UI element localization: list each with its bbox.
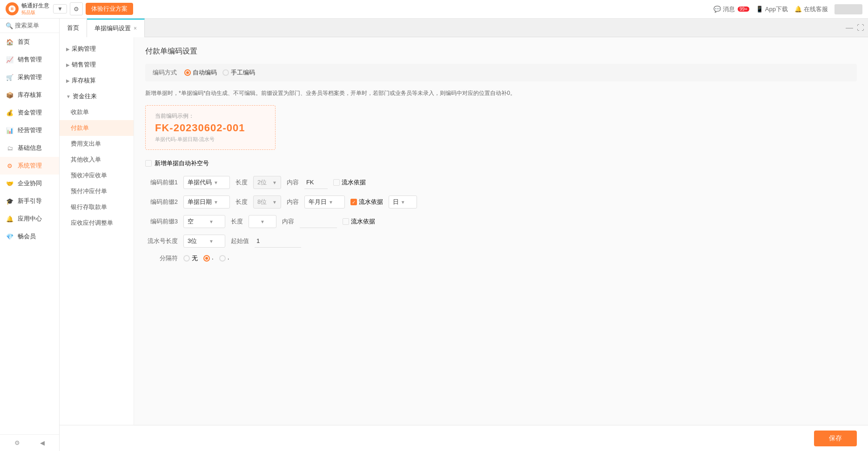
prefix2-content-select[interactable]: 年月日 ▼ [304, 195, 345, 209]
prefix-row-3: 编码前缀3 空 ▼ 长度 ▼ 内容 流水依据 [145, 215, 857, 228]
separator-row: 分隔符 无 · · [145, 254, 857, 263]
sep-radio-dot[interactable]: · [203, 255, 214, 262]
prefix3-serial-label: 流水依据 [351, 217, 375, 226]
sidebar-item-home[interactable]: 🏠 首页 [0, 33, 59, 51]
dropdown-button[interactable]: ▼ [53, 4, 67, 13]
sidebar-item-purchase[interactable]: 🛒 采购管理 [0, 68, 59, 86]
code-preview-box: 当前编码示例： FK-20230602-001 单据代码-单据日期-流水号 [145, 105, 276, 150]
sidebar-item-inventory[interactable]: 📦 库存核算 [0, 86, 59, 104]
chevron-right-icon-2: ▶ [66, 62, 70, 67]
auto-radio[interactable]: 自动编码 [184, 68, 217, 77]
sidebar: 🔍 搜索菜单 🏠 首页 📈 销售管理 🛒 采购管理 📦 库存核算 💰 资金管理 … [0, 19, 60, 451]
prefix2-serial-select[interactable]: 日 ▼ [389, 195, 417, 209]
serial-length-arrow-icon: ▼ [209, 239, 214, 244]
sidebar-settings-icon[interactable]: ⚙ [14, 439, 20, 446]
prefix3-content-input[interactable] [300, 215, 337, 228]
subnav-receipt[interactable]: 收款单 [60, 104, 134, 120]
messages-item[interactable]: 💬 消息 99+ [713, 5, 749, 13]
auto-radio-circle [184, 69, 191, 76]
sidebar-item-member[interactable]: 💎 畅会员 [0, 228, 59, 245]
appcenter-icon: 🔔 [6, 215, 14, 223]
online-service-item[interactable]: 🔔 在线客服 [794, 5, 828, 13]
prefix1-select[interactable]: 单据代码 ▼ [183, 176, 230, 189]
tab-encoding-label: 单据编码设置 [94, 24, 131, 33]
sub-layout: ▶ 采购管理 ▶ 销售管理 ▶ 库存核算 [60, 37, 868, 425]
prefix2-select[interactable]: 单据日期 ▼ [183, 195, 230, 209]
subnav-sales-group: ▶ 销售管理 [60, 57, 134, 73]
info-text: 新增单据时，*单据编码*自动生成、不可编辑。前缀设置为部门、业务员等档案类，开单… [145, 89, 857, 98]
subnav-finance-title[interactable]: ▼ 资金往来 [60, 88, 134, 104]
subnav-purchase-title[interactable]: ▶ 采购管理 [60, 41, 134, 57]
subnav-prepay-receivable[interactable]: 预收冲应收单 [60, 168, 134, 183]
search-menu[interactable]: 🔍 搜索菜单 [0, 19, 59, 33]
sidebar-item-sales[interactable]: 📈 销售管理 [0, 51, 59, 68]
auto-radio-label: 自动编码 [193, 68, 217, 77]
auto-fill-checkbox[interactable] [145, 160, 152, 167]
subnav-expense[interactable]: 费用支出单 [60, 136, 134, 152]
settings-gear-icon[interactable]: ⚙ [70, 2, 83, 15]
home-icon: 🏠 [6, 38, 14, 46]
chevron-right-icon: ▶ [66, 47, 70, 52]
manual-radio[interactable]: 手工编码 [222, 68, 255, 77]
sep-dot-label: · [212, 255, 214, 262]
subnav-finance-label: 资金往来 [73, 92, 97, 101]
prefix3-serial-checkbox[interactable] [343, 218, 349, 225]
prefix3-length-select[interactable]: ▼ [249, 215, 276, 228]
prefix1-serial-checkbox[interactable] [333, 179, 340, 186]
prefix2-serial-checkbox[interactable] [350, 199, 357, 205]
tab-encoding[interactable]: 单据编码设置 × [87, 19, 145, 37]
tab-close-icon[interactable]: × [134, 25, 137, 32]
sep-radio-dot2[interactable]: · [219, 255, 229, 262]
prefix1-label: 编码前缀1 [145, 178, 178, 187]
sidebar-item-inventory-label: 库存核算 [18, 91, 42, 99]
sep-radio-none[interactable]: 无 [183, 254, 198, 263]
serial-length-value: 3位 [188, 237, 197, 245]
operations-icon: 📊 [6, 126, 14, 135]
subnav-adjust[interactable]: 应收应付调整单 [60, 215, 134, 231]
sidebar-bottom: ⚙ ◀ [0, 434, 59, 451]
encoding-radio-group: 自动编码 手工编码 [184, 68, 255, 77]
start-value-label: 起始值 [231, 237, 249, 245]
subnav-bank-deposit[interactable]: 银行存取款单 [60, 199, 134, 215]
sidebar-item-basics-label: 基础信息 [18, 144, 42, 152]
sidebar-collapse-icon[interactable]: ◀ [40, 439, 45, 446]
sidebar-item-home-label: 首页 [18, 38, 30, 46]
app-download-label: App下载 [765, 5, 788, 13]
manual-radio-label: 手工编码 [231, 68, 255, 77]
logo-text-block: 畅通好生意 拓品版 [21, 2, 49, 15]
finance-icon: 💰 [6, 108, 14, 117]
tab-home-label: 首页 [67, 24, 79, 32]
prefix3-length-label: 长度 [231, 217, 243, 226]
sidebar-item-appcenter[interactable]: 🔔 应用中心 [0, 210, 59, 228]
industry-button[interactable]: 体验行业方案 [86, 3, 133, 15]
app-download-item[interactable]: 📱 App下载 [756, 5, 788, 13]
form-content: 付款单编码设置 编码方式 自动编码 手工编码 [134, 37, 868, 425]
prefix3-select[interactable]: 空 ▼ [183, 215, 225, 228]
sidebar-item-cooperation[interactable]: 🤝 企业协同 [0, 175, 59, 192]
sidebar-item-system[interactable]: ⚙ 系统管理 [0, 157, 59, 175]
subnav-payment[interactable]: 付款单 [60, 120, 134, 136]
prefix2-arrow-icon: ▼ [214, 200, 218, 205]
subnav-other-income[interactable]: 其他收入单 [60, 152, 134, 168]
newbie-icon: 🎓 [6, 197, 14, 205]
sidebar-item-basics[interactable]: 🗂 基础信息 [0, 139, 59, 157]
subnav-inventory-title[interactable]: ▶ 库存核算 [60, 73, 134, 88]
subnav-sales-title[interactable]: ▶ 销售管理 [60, 57, 134, 73]
sub-nav: ▶ 采购管理 ▶ 销售管理 ▶ 库存核算 [60, 37, 134, 425]
logo-icon [6, 2, 19, 15]
prefix3-content-label: 内容 [282, 217, 294, 226]
message-badge: 99+ [738, 7, 749, 12]
serial-length-select[interactable]: 3位 ▼ [183, 235, 225, 248]
tab-home[interactable]: 首页 [60, 19, 87, 37]
sep-none-circle [183, 255, 190, 262]
save-button[interactable]: 保存 [814, 431, 857, 446]
sidebar-item-operations[interactable]: 📊 经营管理 [0, 121, 59, 139]
sidebar-item-finance[interactable]: 💰 资金管理 [0, 104, 59, 121]
start-value-input[interactable] [255, 235, 301, 248]
sidebar-item-newbie[interactable]: 🎓 新手引导 [0, 192, 59, 210]
prefix1-content-input[interactable] [304, 176, 328, 189]
tab-maximize-icon[interactable]: ⛶ [857, 24, 864, 32]
user-avatar[interactable] [834, 4, 862, 14]
tab-minimize-icon[interactable]: — [846, 24, 853, 32]
subnav-prepay-payment[interactable]: 预付冲应付单 [60, 183, 134, 199]
